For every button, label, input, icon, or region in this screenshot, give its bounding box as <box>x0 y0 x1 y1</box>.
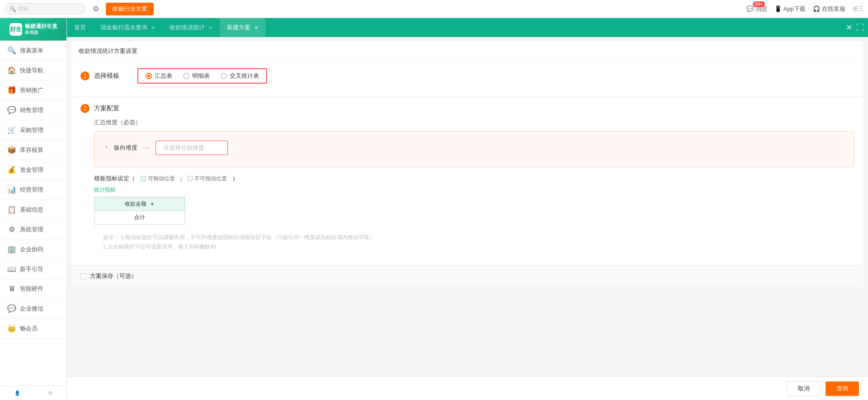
step2-title: 方案配置 <box>94 104 119 113</box>
quick-nav-icon: 🏠 <box>7 66 16 75</box>
avatar-icon: 👤 <box>14 391 20 395</box>
query-button[interactable]: 查询 <box>826 381 859 396</box>
sidebar-item-system[interactable]: ⚙ 系统管理 <box>0 220 66 240</box>
radio-detail-circle <box>183 73 189 79</box>
sidebar-item-wechat[interactable]: 💬 企业微信 <box>0 299 66 319</box>
tab-collection-stats[interactable]: 收款情况统计 ✕ <box>162 18 220 37</box>
download-label: App下载 <box>783 5 806 13</box>
bottom-action-bar: 取消 查询 <box>67 376 868 400</box>
radio-cross[interactable]: 交叉统计表 <box>221 72 259 80</box>
metrics-table: 收款金额 ▼ 合计 <box>94 197 185 225</box>
sidebar-footer-settings[interactable]: ⚙ <box>48 391 52 395</box>
sidebar-item-purchase[interactable]: 🛒 采购管理 <box>0 120 66 140</box>
tab-cash-bank[interactable]: 现金银行流水查询 ✕ <box>93 18 162 37</box>
radio-summary-circle <box>146 73 152 79</box>
metrics-col-header[interactable]: 收款金额 ▼ <box>95 198 185 211</box>
metrics-table-wrapper: 收款金额 ▼ 合计 <box>94 197 185 225</box>
enterprise-icon: 🏢 <box>7 245 16 254</box>
tabs-maximize-icon[interactable]: ⛶ <box>856 23 864 33</box>
purchase-icon: 🛒 <box>7 126 16 134</box>
system-icon: ⚙ <box>7 225 16 234</box>
user-name: 张三 <box>853 5 863 12</box>
tab-new-plan[interactable]: 新建方案 ✕ <box>220 18 265 37</box>
save-option-checkbox[interactable] <box>80 273 86 279</box>
radio-detail[interactable]: 明细表 <box>183 72 210 80</box>
metrics-stat-label: 统计指标 <box>94 186 854 194</box>
step2-number: 2 <box>80 104 90 113</box>
radio-cross-circle <box>221 73 227 79</box>
member-icon: 👑 <box>7 324 16 333</box>
sidebar-item-marketing[interactable]: 🎁 营销推广 <box>0 80 66 100</box>
metrics-section: 模板指标设定（ 可拖动位置 | 不可拖动位置 ） <box>94 174 854 226</box>
sidebar-item-sales[interactable]: 💬 销售管理 <box>0 100 66 120</box>
dimension-placeholder-text: 请选择分组维度 <box>163 144 204 151</box>
template-options: 汇总表 明细表 交叉统计表 <box>137 68 267 84</box>
tab-home[interactable]: 首页 <box>67 18 93 37</box>
breadcrumb: 收款情况统计方案设置 <box>71 42 863 61</box>
page-title: 收款情况统计方案设置 <box>79 47 137 54</box>
search-box[interactable]: 🔍 搜索 <box>5 3 86 14</box>
download-button[interactable]: 📱 App下载 <box>774 5 806 13</box>
sidebar-item-member[interactable]: 👑 畅会员 <box>0 319 66 339</box>
top-header: 🔍 搜索 ⚙ 体验行业方案 💬 99+ 消息 📱 App下载 🎧 在线客服 张三 <box>0 0 868 18</box>
radio-summary-label: 汇总表 <box>155 72 172 80</box>
gear-button[interactable]: ⚙ <box>90 3 102 15</box>
sidebar-label-system: 系统管理 <box>20 226 43 234</box>
sidebar-item-operations[interactable]: 📊 经营管理 <box>0 180 66 200</box>
trial-button[interactable]: 体验行业方案 <box>106 3 154 15</box>
tab-new-plan-close[interactable]: ✕ <box>254 25 258 31</box>
wechat-icon: 💬 <box>7 304 16 313</box>
page-body: 收款情况统计方案设置 1 选择模板 汇总表 <box>67 37 868 376</box>
save-option-bar: 方案保存（可选） <box>71 265 863 287</box>
sidebar-label-wechat: 企业微信 <box>20 305 43 313</box>
tips-block: 提示： 1.拖动标题栏可以调整布局，不可跨维度或指标区域拖动目字段（只能在同一维… <box>103 234 845 251</box>
operations-icon: 📊 <box>7 185 16 194</box>
metrics-header: 模板指标设定（ 可拖动位置 | 不可拖动位置 ） <box>94 174 854 183</box>
radio-summary[interactable]: 汇总表 <box>146 72 172 80</box>
dimension-selector[interactable]: 请选择分组维度 <box>156 141 228 155</box>
step2-block: 2 方案配置 汇总维度（必选） * 纵向维度 — 请选择分组维度 <box>71 97 863 265</box>
sidebar-item-enterprise[interactable]: 🏢 企业协同 <box>0 240 66 259</box>
cancel-button[interactable]: 取消 <box>787 381 821 396</box>
sidebar-label-search-menu: 搜索菜单 <box>20 47 43 55</box>
message-icon: 💬 <box>746 5 754 12</box>
tab-collection-stats-close[interactable]: ✕ <box>208 25 212 31</box>
download-icon: 📱 <box>774 5 782 12</box>
sidebar-footer-user[interactable]: 👤 <box>14 391 20 395</box>
radio-detail-label: 明细表 <box>192 72 210 80</box>
dimension-area: * 纵向维度 — 请选择分组维度 <box>94 131 854 167</box>
tabs-bar: 首页 现金银行流水查询 ✕ 收款情况统计 ✕ 新建方案 ✕ ✕ ⛶ <box>67 18 868 37</box>
movable-legend-box <box>141 176 146 181</box>
sidebar-item-inventory[interactable]: 📦 库存核算 <box>0 140 66 160</box>
sidebar-item-hardware[interactable]: 🖥 智能硬件 <box>0 279 66 299</box>
sidebar-label-operations: 经营管理 <box>20 186 43 194</box>
sidebar-item-basic-info[interactable]: 📋 基础信息 <box>0 200 66 220</box>
hardware-icon: 🖥 <box>7 285 16 293</box>
movable-legend-label: 可拖动位置 <box>148 175 175 183</box>
sidebar-label-funds: 资金管理 <box>20 166 43 174</box>
tabs-minimize-icon[interactable]: ✕ <box>846 23 853 33</box>
sidebar-item-guide[interactable]: 📖 新手引导 <box>0 259 66 279</box>
sales-icon: 💬 <box>7 106 16 114</box>
sidebar-footer: 👤 ⚙ <box>0 386 66 400</box>
sidebar-item-search-menu[interactable]: 🔍 搜索菜单 <box>0 41 66 61</box>
metrics-row: 合计 <box>95 211 185 225</box>
dimension-row: * 纵向维度 — 请选择分组维度 <box>105 141 843 155</box>
message-button[interactable]: 💬 99+ 消息 <box>746 5 767 13</box>
step2-header: 2 方案配置 <box>80 104 854 113</box>
metrics-col-dropdown-icon: ▼ <box>150 202 155 207</box>
sidebar-item-quick-nav[interactable]: 🏠 快捷导航 <box>0 61 66 80</box>
tab-collection-stats-label: 收款情况统计 <box>170 24 205 32</box>
sidebar-label-enterprise: 企业协同 <box>20 245 43 254</box>
tab-cash-bank-close[interactable]: ✕ <box>151 25 155 31</box>
search-icon: 🔍 <box>9 6 16 12</box>
metrics-title: 模板指标设定（ <box>94 174 135 183</box>
service-button[interactable]: 🎧 在线客服 <box>813 5 845 13</box>
sidebar: 好生 畅捷通好生意 标准版 🔍 搜索菜单 🏠 快捷导航 🎁 营销推广 💬 销售管… <box>0 18 67 400</box>
fixed-legend: 不可拖动位置 <box>187 175 227 183</box>
sidebar-item-funds[interactable]: 💰 资金管理 <box>0 160 66 180</box>
sidebar-label-inventory: 库存核算 <box>20 146 43 154</box>
sidebar-label-hardware: 智能硬件 <box>20 285 43 293</box>
tab-home-label: 首页 <box>74 24 86 32</box>
user-info: 张三 <box>853 5 863 13</box>
